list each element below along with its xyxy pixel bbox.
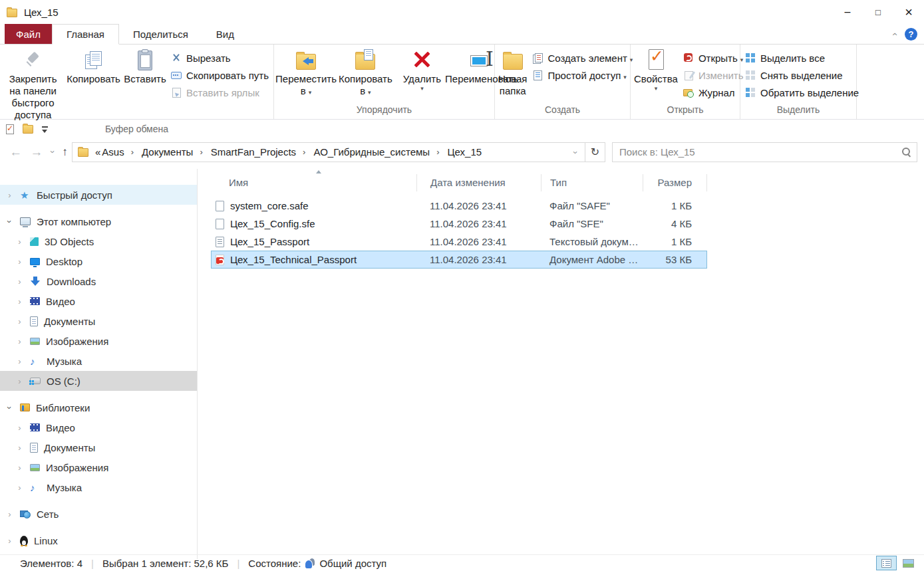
close-button[interactable]: × <box>893 0 924 24</box>
properties-button[interactable]: Свойства <box>632 47 680 93</box>
tree-chevron-icon[interactable] <box>15 257 25 267</box>
tab-share[interactable]: Поделиться <box>119 24 202 44</box>
move-to-icon <box>294 48 318 72</box>
column-header-modified[interactable]: Дата изменения <box>417 174 541 191</box>
sidebar-item[interactable]: Сеть <box>0 504 197 524</box>
qat-new-folder-icon[interactable] <box>23 125 33 134</box>
tree-chevron-icon[interactable] <box>15 376 25 386</box>
breadcrumb-segment[interactable]: Цех_15 <box>446 146 482 158</box>
tree-chevron-icon[interactable] <box>15 483 25 493</box>
sidebar-item[interactable]: Видео <box>0 291 197 311</box>
details-view-button[interactable] <box>876 556 897 570</box>
sidebar-item[interactable]: 3D Objects <box>0 231 197 251</box>
tree-chevron-icon[interactable] <box>5 190 15 200</box>
tree-chevron-icon[interactable] <box>15 356 25 366</box>
refresh-button[interactable]: ↻ <box>585 143 605 162</box>
tree-chevron-icon[interactable] <box>5 217 15 227</box>
cut-button[interactable]: Вырезать <box>168 49 272 66</box>
file-row[interactable]: Цех_15_Config.sfe 11.04.2026 23:41 Файл … <box>211 215 707 233</box>
back-button[interactable]: ← <box>9 145 22 160</box>
pictures-icon <box>30 464 40 471</box>
column-header-name[interactable]: Имя <box>211 174 417 191</box>
search-icon[interactable] <box>901 147 911 157</box>
history-button[interactable]: Журнал <box>680 84 747 101</box>
sidebar-item[interactable]: Downloads <box>0 271 197 291</box>
copy-path-button[interactable]: Скопировать путь <box>168 66 272 84</box>
sidebar-item[interactable]: Музыка <box>0 351 197 371</box>
tree-chevron-icon[interactable] <box>15 277 25 286</box>
tree-chevron-icon[interactable] <box>15 316 25 326</box>
tree-chevron-icon[interactable] <box>15 336 25 346</box>
move-to-button[interactable]: Переместить в <box>275 47 337 100</box>
up-button[interactable]: ↑ <box>62 146 68 159</box>
tree-chevron-icon[interactable] <box>15 443 25 453</box>
recent-locations-icon[interactable]: › <box>47 150 57 153</box>
paste-button[interactable]: Вставить <box>122 47 168 86</box>
sidebar-item[interactable]: OS (C:) <box>0 371 197 391</box>
pin-to-quick-access-button[interactable]: Закрепить на панели быстрого доступа <box>1 47 65 122</box>
maximize-button[interactable]: □ <box>863 0 893 24</box>
drive-icon <box>30 378 41 384</box>
address-dropdown-icon[interactable]: › <box>566 146 585 158</box>
breadcrumb-segment[interactable]: Asus › <box>101 146 141 158</box>
sidebar-item[interactable]: Документы <box>0 437 197 457</box>
select-none-button[interactable]: Снять выделение <box>742 66 862 84</box>
file-row[interactable]: Цех_15_Technical_Passport 11.04.2026 23:… <box>211 251 707 269</box>
select-all-button[interactable]: Выделить все <box>742 49 862 66</box>
music-icon <box>30 356 41 366</box>
column-header-size[interactable]: Размер <box>643 174 707 191</box>
qat-properties-icon[interactable] <box>5 124 15 134</box>
sidebar-item[interactable]: Быстрый доступ <box>0 185 197 205</box>
search-input[interactable] <box>618 146 901 158</box>
qat-customize-icon[interactable] <box>41 124 49 134</box>
downloads-icon <box>30 276 41 286</box>
thumbnails-view-button[interactable] <box>898 556 919 570</box>
sidebar-item[interactable]: Desktop <box>0 251 197 271</box>
tree-chevron-icon[interactable] <box>5 403 15 413</box>
copy-button[interactable]: Копировать <box>65 47 122 86</box>
tree-chevron-icon[interactable] <box>15 237 25 247</box>
tab-view[interactable]: Вид <box>202 24 248 44</box>
address-bar[interactable]: « Asus › Документы › SmartFan_Projects ›… <box>72 142 605 162</box>
tree-chevron-icon[interactable] <box>5 509 15 519</box>
breadcrumb-segment[interactable]: АО_Гибридные_системы › <box>313 146 446 158</box>
tree-chevron-icon[interactable] <box>15 463 25 473</box>
tree-chevron-icon[interactable] <box>5 536 15 546</box>
new-item-button[interactable]: Создать элемент <box>529 49 636 66</box>
copy-to-button[interactable]: Копировать в <box>337 47 394 100</box>
open-button[interactable]: Открыть <box>680 49 747 66</box>
sidebar-item[interactable]: Библиотеки <box>0 398 197 417</box>
file-row[interactable]: system_core.safe 11.04.2026 23:41 Файл "… <box>211 197 707 215</box>
breadcrumb-segment[interactable]: « <box>94 146 101 158</box>
help-button[interactable]: ? <box>905 28 917 41</box>
sidebar-item[interactable]: Linux <box>0 530 197 550</box>
sidebar-item[interactable]: Документы <box>0 311 197 331</box>
sidebar-item[interactable]: Музыка <box>0 477 197 497</box>
breadcrumb-separator-icon: › <box>131 147 134 157</box>
sidebar-item[interactable]: Изображения <box>0 457 197 477</box>
tab-file[interactable]: Файл <box>5 24 52 44</box>
breadcrumb-segment[interactable]: Документы › <box>141 146 210 158</box>
column-header-type[interactable]: Тип <box>541 174 643 191</box>
sidebar-item[interactable]: Видео <box>0 417 197 437</box>
breadcrumb-separator-icon: › <box>436 147 439 157</box>
file-row[interactable]: Цех_15_Passport 11.04.2026 23:41 Текстов… <box>211 233 707 251</box>
edit-button[interactable]: Изменить <box>680 66 747 84</box>
ribbon-group-select: Выделить все Снять выделение Обратить вы… <box>740 45 857 119</box>
tab-home[interactable]: Главная <box>52 24 119 45</box>
move-to-label: Переместить в <box>275 73 337 98</box>
sidebar-item-label: Документы <box>44 442 95 453</box>
paste-shortcut-button[interactable]: Вставить ярлык <box>168 84 272 101</box>
invert-selection-button[interactable]: Обратить выделение <box>742 84 862 101</box>
tree-chevron-icon[interactable] <box>15 423 25 433</box>
forward-button[interactable]: → <box>30 145 43 160</box>
tree-chevron-icon[interactable] <box>15 296 25 306</box>
sidebar-item[interactable]: Этот компьютер <box>0 211 197 231</box>
collapse-ribbon-icon[interactable]: › <box>888 33 899 36</box>
sidebar-item[interactable]: Изображения <box>0 331 197 351</box>
minimize-button[interactable]: – <box>832 0 863 24</box>
breadcrumb-segment[interactable]: SmartFan_Projects › <box>210 146 313 158</box>
new-folder-button[interactable]: Новая папка <box>496 47 529 98</box>
delete-button[interactable]: Удалить <box>401 47 443 93</box>
easy-access-button[interactable]: Простой доступ <box>529 66 636 84</box>
